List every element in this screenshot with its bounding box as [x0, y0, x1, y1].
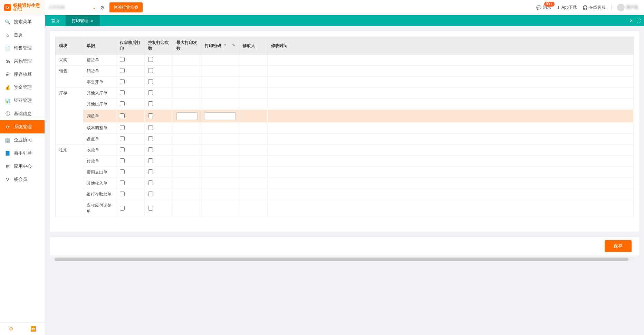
collapse-icon[interactable]: ⏩ — [22, 323, 45, 335]
tab-home[interactable]: 首页 — [45, 15, 66, 26]
control-count-cell — [145, 110, 173, 123]
control-count-checkbox[interactable] — [148, 158, 153, 163]
control-count-checkbox[interactable] — [148, 125, 153, 130]
settings-icon[interactable]: ⚙ — [0, 323, 22, 335]
user-menu[interactable]: 用户名 — [617, 4, 638, 11]
fullscreen-icon[interactable]: ⛶ — [636, 18, 641, 23]
tab-close-all-icon[interactable]: ✕ — [629, 18, 633, 23]
sidebar-item-2[interactable]: 📄销售管理 — [0, 41, 45, 55]
control-count-checkbox[interactable] — [148, 180, 153, 185]
bill-cell: 销货单 — [83, 66, 116, 77]
audit-only-checkbox[interactable] — [120, 79, 125, 84]
control-count-checkbox[interactable] — [148, 113, 153, 118]
audit-only-checkbox[interactable] — [120, 136, 125, 141]
sidebar-item-0[interactable]: 🔍搜索菜单 — [0, 15, 45, 28]
audit-only-checkbox[interactable] — [120, 158, 125, 163]
sidebar-item-1[interactable]: ⌂首页 — [0, 28, 45, 41]
audit-only-cell — [116, 88, 145, 99]
control-count-checkbox[interactable] — [148, 79, 153, 84]
sidebar-item-3[interactable]: 🛍采购管理 — [0, 55, 45, 68]
audit-only-checkbox[interactable] — [120, 101, 125, 106]
sidebar-item-5[interactable]: 💰资金管理 — [0, 81, 45, 94]
audit-only-checkbox[interactable] — [120, 90, 125, 95]
audit-only-checkbox[interactable] — [120, 192, 125, 196]
sidebar-item-label: 资金管理 — [14, 84, 32, 91]
control-count-checkbox[interactable] — [148, 147, 153, 152]
control-count-checkbox[interactable] — [148, 101, 153, 106]
max-count-input[interactable] — [176, 112, 198, 120]
max-count-cell — [173, 66, 201, 77]
sidebar-item-4[interactable]: 🏛库存核算 — [0, 68, 45, 81]
modifier-cell — [239, 145, 268, 156]
audit-only-cell — [116, 99, 145, 110]
control-count-checkbox[interactable] — [148, 90, 153, 95]
print-pwd-cell — [201, 99, 239, 110]
table-row: 应收应付调整单 — [56, 200, 634, 217]
sidebar-icon: V — [5, 177, 10, 182]
save-button[interactable]: 保存 — [605, 240, 632, 252]
online-service-button[interactable]: 🎧 在线客服 — [583, 4, 606, 10]
max-count-cell — [173, 178, 201, 189]
avatar — [617, 4, 625, 11]
sidebar-item-label: 销售管理 — [14, 45, 32, 51]
sidebar-item-8[interactable]: ⟳系统管理 — [0, 120, 45, 133]
edit-icon[interactable]: ✎ — [232, 43, 236, 48]
sidebar-item-6[interactable]: 📊经营管理 — [0, 94, 45, 107]
th-control-count: 控制打印次数 — [145, 37, 173, 55]
sidebar-icon: ⓘ — [5, 111, 10, 117]
audit-only-checkbox[interactable] — [120, 206, 125, 211]
control-count-checkbox[interactable] — [148, 192, 153, 196]
max-count-cell — [173, 77, 201, 88]
print-pwd-input[interactable] — [205, 112, 236, 120]
module-cell: 采购 — [56, 55, 83, 66]
modifier-cell — [239, 134, 268, 145]
max-count-cell — [173, 99, 201, 110]
horizontal-scrollbar[interactable] — [55, 258, 634, 261]
messages-button[interactable]: 💬 消息 99 + — [536, 4, 551, 10]
control-count-cell — [145, 167, 173, 178]
scrollbar-thumb[interactable] — [55, 258, 628, 261]
sidebar-item-label: 搜索菜单 — [14, 19, 32, 25]
audit-only-checkbox[interactable] — [120, 57, 125, 62]
industry-plan-button[interactable]: 体验行业方案 — [109, 2, 143, 12]
audit-only-checkbox[interactable] — [120, 180, 125, 185]
modifier-cell — [239, 99, 268, 110]
control-count-checkbox[interactable] — [148, 206, 153, 211]
sidebar-item-9[interactable]: 🏢企业协同 — [0, 133, 45, 147]
bill-cell: 成本调整单 — [83, 123, 116, 134]
sidebar-item-11[interactable]: ⊞应用中心 — [0, 160, 45, 173]
control-count-checkbox[interactable] — [148, 136, 153, 141]
close-icon[interactable]: ✕ — [90, 19, 94, 23]
sidebar-item-12[interactable]: V畅会员 — [0, 173, 45, 186]
sidebar-item-10[interactable]: 📘新手引导 — [0, 147, 45, 160]
control-count-checkbox[interactable] — [148, 68, 153, 73]
sidebar-item-label: 经营管理 — [14, 97, 32, 104]
sidebar-item-label: 畅会员 — [14, 176, 27, 183]
download-icon: ⬇ — [557, 5, 560, 10]
top-header: b 畅捷通好生意 精易版 公司名称 ⌄ ⚙ 体验行业方案 💬 消息 99 + ⬇… — [0, 0, 644, 15]
app-download-button[interactable]: ⬇ App下载 — [557, 4, 577, 10]
control-count-checkbox[interactable] — [148, 169, 153, 174]
audit-only-checkbox[interactable] — [120, 68, 125, 73]
table-row: 银行存取款单 — [56, 189, 634, 200]
help-icon[interactable]: ? — [224, 44, 226, 48]
app-download-label: App下载 — [561, 4, 577, 10]
audit-only-checkbox[interactable] — [120, 113, 125, 118]
tab-print-management[interactable]: 打印管理 ✕ — [66, 15, 100, 26]
modify-time-cell — [268, 66, 634, 77]
audit-only-checkbox[interactable] — [120, 147, 125, 152]
content: 模块 单据 仅审核后打印 控制打印次数 最大打印次数 打印密码 ? ✎ 修改人 — [45, 26, 644, 335]
org-selector[interactable]: 公司名称 ⌄ — [48, 4, 96, 10]
max-count-cell — [173, 167, 201, 178]
control-count-cell — [145, 145, 173, 156]
audit-only-checkbox[interactable] — [120, 125, 125, 130]
sidebar: 🔍搜索菜单⌂首页📄销售管理🛍采购管理🏛库存核算💰资金管理📊经营管理ⓘ基础信息⟳系… — [0, 15, 45, 335]
audit-only-checkbox[interactable] — [120, 169, 125, 174]
sidebar-icon: 🏢 — [5, 137, 10, 143]
table-row: 销售销货单 — [56, 66, 634, 77]
control-count-cell — [145, 123, 173, 134]
print-table: 模块 单据 仅审核后打印 控制打印次数 最大打印次数 打印密码 ? ✎ 修改人 — [55, 37, 634, 217]
sidebar-item-7[interactable]: ⓘ基础信息 — [0, 107, 45, 120]
control-count-checkbox[interactable] — [148, 57, 153, 62]
gear-icon[interactable]: ⚙ — [100, 5, 105, 10]
